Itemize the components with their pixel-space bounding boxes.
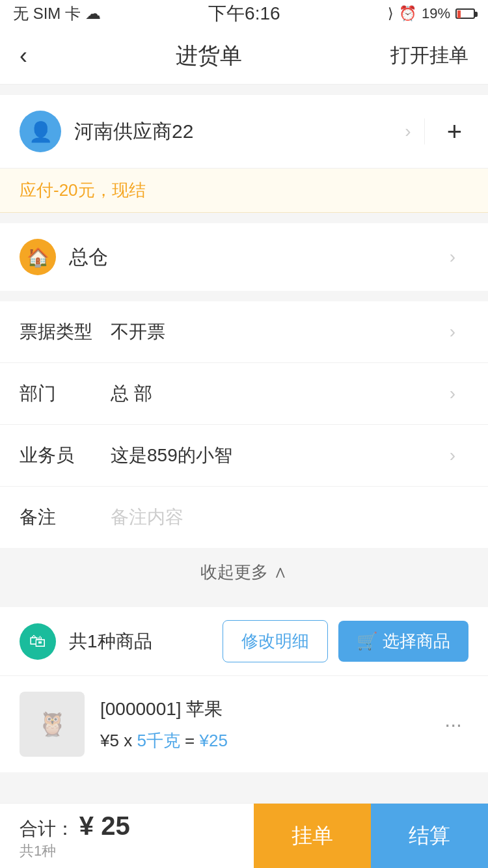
- product-price-row: ¥5 x 5千克 = ¥25: [100, 729, 438, 752]
- status-time: 下午6:16: [208, 1, 280, 26]
- nav-bar: ‹ 进货单 打开挂单: [0, 27, 488, 85]
- battery-level: 19%: [422, 5, 450, 22]
- total-count: 共1种: [20, 841, 234, 861]
- divider: [424, 118, 425, 144]
- product-icon: 🛍: [20, 623, 56, 660]
- bottom-total: 合计： ¥ 25 共1种: [0, 811, 254, 861]
- dept-row[interactable]: 部门 总 部 ›: [0, 363, 488, 425]
- total-amount: ¥ 25: [79, 811, 130, 840]
- home-icon: 🏠: [27, 247, 49, 268]
- remark-input[interactable]: 备注内容: [98, 505, 468, 530]
- product-thumbnail: 🦉: [20, 692, 85, 757]
- remark-row[interactable]: 备注 备注内容: [0, 487, 488, 548]
- supplier-row[interactable]: 👤 河南供应商22 › +: [0, 95, 488, 169]
- supplier-section: 👤 河南供应商22 › + 应付-20元，现结: [0, 95, 488, 213]
- invoice-value: 不开票: [98, 319, 450, 344]
- alarm-icon: ⏰: [399, 5, 416, 22]
- warehouse-row[interactable]: 🏠 总仓 ›: [0, 223, 488, 291]
- select-product-label: 选择商品: [383, 630, 450, 653]
- select-icon: 🛒: [357, 631, 377, 651]
- invoice-row[interactable]: 票据类型 不开票 ›: [0, 301, 488, 363]
- location-icon: ⟩: [388, 5, 394, 22]
- sim-status: 无 SIM 卡 ☁: [13, 3, 101, 24]
- invoice-label: 票据类型: [20, 319, 98, 344]
- product-name: [0000001] 苹果: [100, 697, 438, 722]
- product-more-button[interactable]: ···: [438, 706, 468, 743]
- salesperson-row[interactable]: 业务员 这是859的小智 ›: [0, 425, 488, 487]
- product-total: ¥25: [199, 731, 227, 750]
- warehouse-icon: 🏠: [20, 239, 56, 275]
- form-section: 票据类型 不开票 › 部门 总 部 › 业务员 这是859的小智 › 备注 备注…: [0, 301, 488, 548]
- warehouse-chevron-icon: ›: [450, 247, 455, 267]
- edit-detail-button[interactable]: 修改明细: [223, 620, 328, 662]
- warehouse-name: 总仓: [69, 244, 450, 271]
- avatar-icon: 👤: [29, 120, 53, 143]
- select-product-button[interactable]: 🛒 选择商品: [338, 621, 468, 662]
- product-equals: =: [180, 731, 200, 750]
- back-button[interactable]: ‹: [20, 42, 27, 70]
- status-left: 无 SIM 卡 ☁: [13, 3, 101, 24]
- add-supplier-button[interactable]: +: [441, 117, 468, 146]
- checkout-button[interactable]: 结算: [371, 804, 488, 869]
- dept-chevron-icon: ›: [450, 383, 455, 404]
- product-section: 🛍 共1种商品 修改明细 🛒 选择商品 🦉 [0000001] 苹果 ¥5 x …: [0, 607, 488, 772]
- open-hang-button[interactable]: 打开挂单: [390, 42, 468, 69]
- battery-icon: [455, 8, 475, 19]
- dept-label: 部门: [20, 381, 98, 406]
- supplier-notice: 应付-20元，现结: [0, 169, 488, 213]
- bottom-bar: 合计： ¥ 25 共1种 挂单 结算: [0, 803, 488, 868]
- total-label: 合计：: [20, 819, 74, 839]
- salesperson-label: 业务员: [20, 443, 98, 468]
- product-qty: 5千克: [137, 731, 180, 750]
- bag-icon: 🛍: [29, 631, 46, 651]
- collapse-more-button[interactable]: 收起更多 ∧: [0, 548, 488, 597]
- product-count: 共1种商品: [69, 629, 223, 654]
- dept-value: 总 部: [98, 381, 450, 406]
- total-row: 合计： ¥ 25: [20, 811, 234, 841]
- salesperson-chevron-icon: ›: [450, 445, 455, 466]
- product-item: 🦉 [0000001] 苹果 ¥5 x 5千克 = ¥25 ···: [0, 676, 488, 772]
- page-title: 进货单: [176, 41, 242, 71]
- remark-label: 备注: [20, 505, 98, 530]
- status-right: ⟩ ⏰ 19%: [388, 5, 475, 22]
- salesperson-value: 这是859的小智: [98, 443, 450, 468]
- supplier-avatar: 👤: [20, 111, 61, 152]
- product-header: 🛍 共1种商品 修改明细 🛒 选择商品: [0, 607, 488, 676]
- supplier-chevron-icon: ›: [405, 121, 411, 142]
- hang-button[interactable]: 挂单: [254, 804, 371, 869]
- warehouse-section: 🏠 总仓 ›: [0, 223, 488, 291]
- product-img-placeholder: 🦉: [38, 711, 67, 738]
- status-bar: 无 SIM 卡 ☁ 下午6:16 ⟩ ⏰ 19%: [0, 0, 488, 27]
- product-price: ¥5 x: [100, 731, 137, 750]
- supplier-name: 河南供应商22: [74, 118, 405, 145]
- product-info: [0000001] 苹果 ¥5 x 5千克 = ¥25: [100, 697, 438, 752]
- invoice-chevron-icon: ›: [450, 321, 455, 342]
